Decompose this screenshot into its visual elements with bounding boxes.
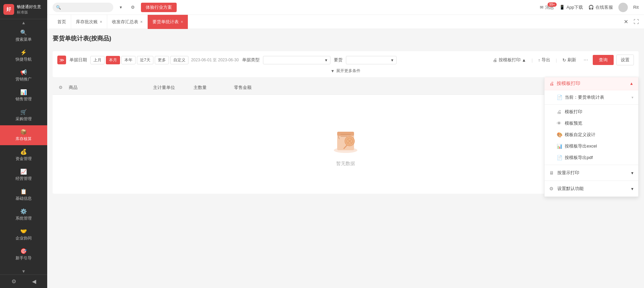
dropdown-set-default[interactable]: ⚙ 设置默认功能 ▾ [545,182,638,195]
expand-more-btn[interactable]: ▼ 展开更多条件 [331,68,361,74]
username-text: Rit [633,5,639,10]
tab-home[interactable]: 首页 [53,15,71,29]
sidebar-item-label: 基础信息 [16,196,32,201]
sidebar-item-shortcut[interactable]: ⚡ 快捷导航 [0,46,47,66]
messages-icon: ✉ [540,5,544,10]
dropdown-template-preview[interactable]: 👁 模板预览 [545,118,638,129]
date-btn-more[interactable]: 更多 [155,56,169,64]
search-bar[interactable]: 🔍 [53,3,113,12]
trial-btn[interactable]: 体验行业方案 [141,3,177,12]
date-btn-custom[interactable]: 自定义 [170,56,188,64]
dropdown-header[interactable]: 🖨 按模板打印 ▲ [545,77,638,90]
sidebar-item-system[interactable]: ⚙️ 系统管理 [0,205,47,225]
refresh-btn[interactable]: ↻ 刷新 [560,56,579,64]
sidebar-item-purchase[interactable]: 🛒 采购管理 [0,105,47,125]
user-avatar-btn[interactable] [618,3,628,12]
sidebar-item-search[interactable]: 🔍 搜索菜单 [0,26,47,46]
sidebar-item-basic[interactable]: 📋 基础信息 [0,185,47,205]
purchase-icon: 🛒 [20,109,27,115]
export-btn[interactable]: ↑ 导出 [535,56,553,64]
sidebar-item-guide[interactable]: 🎯 新手引导 [0,245,47,264]
sidebar-item-inventory[interactable]: 📦 库存核算 [0,125,47,145]
print-btn[interactable]: 🖨 按模板打印 ▲ [490,56,529,64]
dropdown-item-left-2: 🖨 模板打印 [557,109,582,115]
goods-filter-select[interactable]: ▾ [346,56,397,64]
display-print-icon: 🖥 [549,170,555,175]
filter-expand-btn[interactable]: ≫ [57,56,66,64]
sidebar-scroll-down[interactable]: ▼ [0,268,47,275]
query-btn[interactable]: 查询 [593,55,614,65]
tab-home-label: 首页 [57,19,66,25]
dropdown-template-print[interactable]: 🖨 模板打印 [545,106,638,118]
tab-close-all-btn[interactable]: ✕ [621,18,630,26]
header-dropdown-btn[interactable]: ▾ [117,3,125,11]
print-btn-arrow: ▲ [522,58,526,63]
sales-icon: 📊 [20,89,27,95]
sidebar-scroll-up[interactable]: ▲ [0,19,47,26]
tab-summary[interactable]: 收发存汇总表 × [107,15,148,29]
date-filter-label: 单据日期 [69,57,87,63]
collab-icon: 🤝 [20,228,27,234]
dropdown-current-template[interactable]: 📄 当前：要货单统计表 ▾ [545,92,638,103]
content-header: 要货单统计表(按商品) [53,34,639,47]
tab-inventory-batch[interactable]: 库存批次账 × [71,15,107,29]
pdf-icon: 📄 [557,155,562,160]
dropdown-item-left-6: 📄 按模板导出pdf [557,155,593,161]
tab-summary-close[interactable]: × [140,20,143,24]
main-area: 🔍 ▾ ⚙ 体验行业方案 ✉ 消息 99+ 📱 App下载 🎧 在线客服 [47,0,644,288]
col-header-amount: 零售金额 [231,85,281,91]
username-label[interactable]: Rit [633,5,639,10]
header-left: 🔍 ▾ ⚙ 体验行业方案 [53,3,540,12]
sidebar-item-sales[interactable]: 📊 销售管理 [0,86,47,105]
dropdown-template-design[interactable]: 🎨 模板自定义设计 [545,129,638,140]
sidebar-item-appstore[interactable]: 🔲 应用中心 [0,264,47,268]
messages-btn[interactable]: ✉ 消息 99+ [540,4,554,10]
table-settings-btn[interactable]: ⚙ [56,83,65,92]
tab-bar: 首页 库存批次账 × 收发存汇总表 × 要货单统计表 × ✕ ⛶ [47,15,644,29]
dropdown-close-icon[interactable]: ▲ [630,81,634,86]
bill-type-select[interactable]: ▾ [263,56,330,64]
dropdown-export-pdf[interactable]: 📄 按模板导出pdf [545,152,638,163]
dropdown-export-pdf-label: 按模板导出pdf [565,155,593,161]
goods-filter-label: 要货 [334,57,343,63]
headset-icon: 🎧 [588,5,594,10]
app-download-btn[interactable]: 📱 App下载 [559,4,583,10]
design-icon: 🎨 [557,132,562,137]
sidebar-item-label: 采购管理 [16,116,32,122]
dropdown-display-print[interactable]: 🖥 按显示打印 ▾ [545,166,638,179]
online-service-btn[interactable]: 🎧 在线客服 [588,4,613,10]
tab-inventory-batch-close[interactable]: × [100,20,102,24]
sidebar-collapse-icon[interactable]: ◀ [32,278,36,285]
date-btn-this-year[interactable]: 本年 [121,56,136,64]
sidebar-item-label: 库存核算 [16,136,32,142]
date-btn-this-month[interactable]: 本月 [106,56,120,64]
dropdown-section-default: ⚙ 设置默认功能 ▾ [545,181,638,197]
sidebar-bottom: ⚙ ◀ [0,275,47,288]
sidebar-item-business[interactable]: 📈 经营管理 [0,165,47,185]
set-default-icon: ⚙ [549,186,555,191]
more-options-btn[interactable]: ··· [582,56,590,64]
system-icon: ⚙️ [20,208,27,215]
dropdown-template-design-label: 模板自定义设计 [565,132,595,138]
dropdown-template-preview-label: 模板预览 [565,120,582,126]
current-template-arrow: ▾ [632,95,634,100]
settings-gear-icon[interactable]: ⚙ [11,278,16,285]
tab-expand-btn[interactable]: ⛶ [632,18,641,26]
dropdown-item-left-5: 📊 按模板导出excel [557,143,597,149]
dropdown-section-current: 📄 当前：要货单统计表 ▾ [545,90,638,105]
settings-btn[interactable]: 设置 [616,55,634,65]
tab-order-stats[interactable]: 要货单统计表 × [148,15,188,29]
app-download-label: App下载 [566,4,583,10]
print-icon-2: 🖨 [557,109,562,115]
sidebar-item-finance[interactable]: 💰 资金管理 [0,145,47,165]
date-btn-last-month[interactable]: 上月 [90,56,105,64]
tab-order-stats-close[interactable]: × [181,20,183,24]
header-gear-btn[interactable]: ⚙ [128,3,138,12]
current-template-label: 当前：要货单统计表 [565,94,604,100]
sidebar-item-collab[interactable]: 🤝 企业协同 [0,225,47,245]
sidebar-item-marketing[interactable]: 📢 营销推广 [0,66,47,86]
preview-icon: 👁 [557,121,562,126]
tab-inventory-batch-label: 库存批次账 [76,19,98,25]
dropdown-export-excel[interactable]: 📊 按模板导出excel [545,140,638,152]
date-btn-7days[interactable]: 近7天 [137,56,153,64]
